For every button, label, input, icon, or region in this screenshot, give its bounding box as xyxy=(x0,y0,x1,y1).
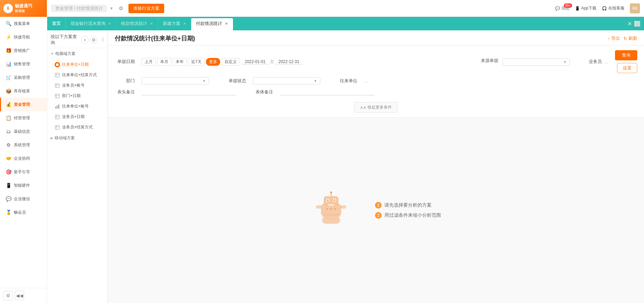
hint-text-1: 请先选择要分析的方案 xyxy=(384,202,432,208)
sidebar-item-label: 系统管理 xyxy=(14,142,30,148)
filter-settings-btn[interactable]: 设置 xyxy=(617,63,637,73)
refresh-icon: ↻ xyxy=(623,36,627,41)
sidebar-item-quick-nav[interactable]: ⚡ 快捷导航 xyxy=(0,30,47,44)
svg-point-23 xyxy=(330,191,332,193)
svg-rect-15 xyxy=(55,125,59,129)
scheme-item-partner-account[interactable]: 往来单位+账号 xyxy=(47,101,108,112)
purchase-icon: 🛒 xyxy=(5,74,12,81)
tab-payment-stats-close[interactable]: ✕ xyxy=(225,22,228,26)
scheme-item-staff-settle[interactable]: 业务员+结算方式 xyxy=(47,122,108,132)
staff-label: 业务员 xyxy=(589,59,602,65)
sidebar-item-member[interactable]: 🏅 畅会员 xyxy=(0,206,47,219)
tab-new-scheme-close[interactable]: ✕ xyxy=(183,22,186,26)
online-service-btn[interactable]: 🎧 在线客服 xyxy=(602,5,624,11)
sidebar-item-enterprise[interactable]: 🤝 企业协同 xyxy=(0,152,47,165)
date-last-7days-btn[interactable]: 近7天 xyxy=(188,58,205,66)
query-btn[interactable]: 查询 xyxy=(615,50,637,60)
sidebar-item-hardware[interactable]: 📱 智能硬件 xyxy=(0,179,47,192)
wechat-icon: 💬 xyxy=(5,195,12,202)
pc-group-arrow: ▼ xyxy=(51,52,54,56)
sidebar-item-inventory[interactable]: 📦 库存核算 xyxy=(0,84,47,98)
hardware-icon: 📱 xyxy=(5,182,12,189)
doc-status-select[interactable]: ▼ xyxy=(253,77,320,85)
body-note-label: 表体备注 xyxy=(253,89,273,95)
svg-point-31 xyxy=(334,208,336,210)
tab-new-scheme[interactable]: 新建方案 ✕ xyxy=(158,17,191,30)
app-download-btn[interactable]: 📱 App下载 xyxy=(575,5,596,11)
tab-bank-flow-close[interactable]: ✕ xyxy=(108,22,111,26)
enterprise-icon: 🤝 xyxy=(5,155,12,162)
mobile-scheme-group-header[interactable]: ▶ 移动端方案 xyxy=(47,132,108,144)
header-note-input[interactable] xyxy=(142,89,236,95)
collapse-sidebar-btn[interactable]: ◀◀ xyxy=(15,291,24,300)
sidebar-item-label: 资金管理 xyxy=(14,102,30,108)
scheme-panel-header: 按以下方案查询 + ⚙ 《 xyxy=(47,30,108,48)
export-btn[interactable]: ↑ 导出 xyxy=(608,35,620,41)
tab-payment-stats[interactable]: 付款情况统计 ✕ xyxy=(191,18,233,30)
topbar-breadcrumb: 资金管理 / 付款情况统计 xyxy=(51,5,107,12)
sidebar-item-basic-info[interactable]: 🗂 基础信息 xyxy=(0,125,47,138)
date-range-sep: 至 xyxy=(270,59,274,65)
topbar-gear-btn[interactable]: ⚙ xyxy=(116,4,126,13)
date-end-input[interactable] xyxy=(275,59,302,64)
sidebar-item-marketing[interactable]: 🎁 营销推广 xyxy=(0,44,47,57)
svg-rect-11 xyxy=(58,104,59,109)
date-custom-btn[interactable]: 自定义 xyxy=(222,58,240,66)
topbar-dropdown-arrow[interactable]: ▼ xyxy=(110,6,114,11)
tab-home-label: 首页 xyxy=(52,21,61,27)
filter-row-3: 表头备注 表体备注 xyxy=(115,89,637,95)
date-this-year-btn[interactable]: 本年 xyxy=(173,58,187,66)
collapse-more-btn[interactable]: ∧∧ 收起更多条件 xyxy=(354,102,398,113)
date-start-input[interactable] xyxy=(242,59,269,64)
sidebar-item-guide[interactable]: 🎯 新手引导 xyxy=(0,165,47,179)
svg-rect-3 xyxy=(55,84,59,88)
sidebar-item-system[interactable]: ⚙ 系统管理 xyxy=(0,138,47,152)
trial-btn[interactable]: 体验行业方案 xyxy=(128,4,164,13)
dept-select[interactable]: ▼ xyxy=(142,77,209,85)
date-this-month-btn[interactable]: 本月 xyxy=(157,58,171,66)
tab-receipt-stats[interactable]: 收款情况统计 ✕ xyxy=(116,17,158,30)
scheme-panel-title: 按以下方案查询 xyxy=(51,34,79,46)
scheme-item-staff-date[interactable]: 业务员+日期 xyxy=(47,112,108,122)
empty-state: 1 请先选择要分析的方案 2 用过滤条件来缩小分析范围 xyxy=(311,190,441,231)
date-range: 至 xyxy=(242,59,302,65)
tab-home[interactable]: 首页 xyxy=(47,17,66,30)
close-all-tabs-btn[interactable]: ✕ xyxy=(627,21,632,27)
scheme-item-partner-date[interactable]: 往来单位+日期 xyxy=(47,59,108,70)
refresh-label: 刷新 xyxy=(628,35,637,41)
sidebar-nav: 🔍 搜索菜单 ⚡ 快捷导航 🎁 营销推广 📊 销售管理 🛒 采购管理 📦 xyxy=(0,17,47,288)
sidebar-item-operations[interactable]: 📋 经营管理 xyxy=(0,111,47,125)
body-note-input[interactable] xyxy=(280,89,374,95)
pc-scheme-group: ▼ 电脑端方案 往来单位+日期 往来单位+结算方式 xyxy=(47,48,108,132)
date-last-month-btn[interactable]: 上月 xyxy=(142,58,156,66)
settings-footer-btn[interactable]: ⚙ xyxy=(3,291,13,300)
maximize-tab-btn[interactable]: ⬜ xyxy=(634,21,641,27)
scheme-item-dept-date[interactable]: 部门+日期 xyxy=(47,91,108,101)
query-actions: 查询 设置 xyxy=(615,50,637,73)
scheme-settings-btn[interactable]: ⚙ xyxy=(90,36,97,43)
messages-btn[interactable]: 💬 消息 99+ xyxy=(555,5,569,11)
refresh-btn[interactable]: ↻ 刷新 xyxy=(623,35,637,41)
date-more-btn[interactable]: 更多 xyxy=(206,58,220,66)
scheme-item-label: 部门+日期 xyxy=(62,93,81,99)
tab-bank-flow[interactable]: 现金银行流水查询 ✕ xyxy=(66,17,116,30)
content-area: 按以下方案查询 + ⚙ 《 ▼ 电脑端方案 xyxy=(47,30,644,303)
pc-scheme-group-header[interactable]: ▼ 电脑端方案 xyxy=(47,48,108,59)
sidebar-item-label: 经营管理 xyxy=(14,115,30,121)
date-shortcuts: 上月 本月 本年 近7天 更多 自定义 xyxy=(142,58,240,66)
sidebar-item-label: 企业微信 xyxy=(14,196,30,202)
sidebar-header: 6 畅捷通巧 标准版 xyxy=(0,0,47,17)
sidebar-item-funds[interactable]: 💰 资金管理 xyxy=(0,98,47,111)
scheme-item-partner-settle[interactable]: 往来单位+结算方式 xyxy=(47,70,108,80)
add-scheme-btn[interactable]: + xyxy=(81,36,89,43)
sidebar-item-search[interactable]: 🔍 搜索菜单 xyxy=(0,17,47,30)
mobile-scheme-group: ▶ 移动端方案 xyxy=(47,132,108,144)
scheme-item-staff-account[interactable]: 业务员+账号 xyxy=(47,80,108,91)
sidebar-item-wechat[interactable]: 💬 企业微信 xyxy=(0,192,47,206)
sidebar-item-sales[interactable]: 📊 销售管理 xyxy=(0,57,47,71)
source-doc-select[interactable]: ▼ xyxy=(502,58,570,66)
sidebar-item-purchase[interactable]: 🛒 采购管理 xyxy=(0,71,47,84)
scheme-collapse-btn[interactable]: 《 xyxy=(99,37,104,43)
sidebar-item-label: 新手引导 xyxy=(14,169,30,175)
tab-receipt-stats-close[interactable]: ✕ xyxy=(150,22,153,26)
